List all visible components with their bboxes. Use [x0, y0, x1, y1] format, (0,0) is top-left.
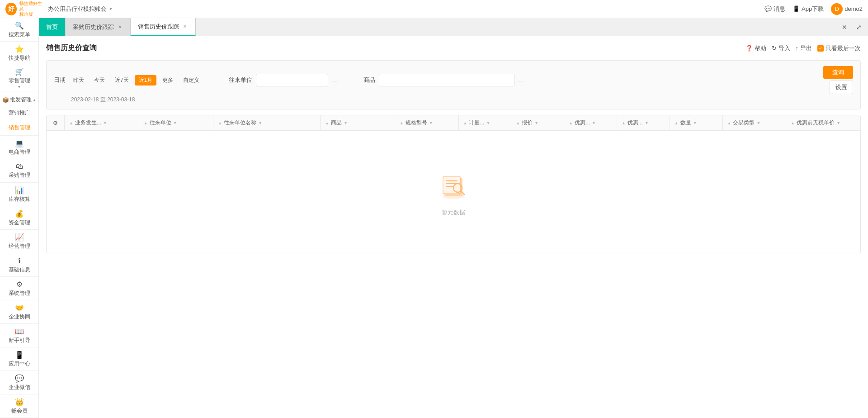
sidebar-item-marketing[interactable]: 营销推广 — [0, 105, 38, 120]
date-filter-item: 日期 昨天 今天 近7天 近1月 更多 自定义 — [54, 75, 203, 86]
sidebar-item-wholesale-mgmt: 📦 批发管理 ▲ 营销推广 销售管理 — [0, 91, 38, 136]
partner-input[interactable] — [256, 74, 328, 86]
th-unit[interactable]: ▲ 计量... ▼ — [459, 115, 512, 130]
sidebar-item-basic-info[interactable]: ℹ 基础信息 — [0, 253, 38, 277]
th-spec[interactable]: ▲ 规格型号 ▼ — [395, 115, 459, 130]
table-header: ⚙ ▲ 业务发生... ▼ ▲ 往来单位 ▼ ▲ 往来单位名称 — [47, 115, 860, 131]
inventory-icon: 📊 — [15, 186, 24, 195]
sort-desc-icon-11: ▼ — [756, 121, 760, 125]
sidebar-item-sales-mgmt[interactable]: 销售管理 — [0, 120, 38, 135]
date-btn-yesterday[interactable]: 昨天 — [69, 75, 88, 86]
sidebar-item-operation-mgmt[interactable]: 📈 经营管理 — [0, 230, 38, 253]
table-area: ⚙ ▲ 业务发生... ▼ ▲ 往来单位 ▼ ▲ 往来单位名称 — [46, 115, 861, 253]
date-btn-custom[interactable]: 自定义 — [179, 75, 203, 86]
collab-icon: 🤝 — [15, 304, 24, 312]
sort-asc-icon-5: ▲ — [400, 121, 404, 125]
only-last-checkbox[interactable]: ✓ 只看最后一次 — [817, 44, 861, 52]
page-header-actions: ❓ 帮助 ↻ 导入 ↑ 导出 ✓ 只看最后一次 — [745, 44, 861, 52]
sidebar: 🔍 搜索菜单 ⭐ 快捷导航 🛒 零售管理 ▼ 📦 批发管理 ▲ 营销推广 — [0, 18, 39, 418]
sort-desc-icon-12: ▼ — [836, 121, 840, 125]
sort-desc-icon-9: ▼ — [645, 121, 649, 125]
th-goods[interactable]: ▲ 商品 ▼ — [321, 115, 395, 130]
help-icon: ❓ — [745, 45, 753, 52]
date-btn-1month[interactable]: 近1月 — [135, 75, 157, 86]
import-icon: ↻ — [772, 45, 777, 52]
th-discount2[interactable]: ▲ 优惠... ▼ — [617, 115, 670, 130]
config-icon: ⚙ — [53, 120, 58, 126]
date-btn-today[interactable]: 今天 — [90, 75, 109, 86]
sort-asc-icon-9: ▲ — [622, 121, 626, 125]
sidebar-item-app-center[interactable]: 📱 应用中心 — [0, 347, 38, 371]
sidebar-item-retail-mgmt[interactable]: 🛒 零售管理 ▼ — [0, 65, 38, 91]
user-avatar-button[interactable]: D demo2 — [831, 3, 863, 15]
goods-dots-button[interactable]: ... — [518, 76, 524, 84]
sidebar-item-inventory[interactable]: 📊 库存核算 — [0, 183, 38, 206]
filter-area: 日期 昨天 今天 近7天 近1月 更多 自定义 往来单位 — [46, 60, 861, 109]
sidebar-item-enterprise-wechat[interactable]: 💬 企业微信 — [0, 371, 38, 394]
tab-purchase-history[interactable]: 采购历史价跟踪 ✕ — [66, 18, 131, 36]
goods-input[interactable] — [379, 74, 514, 86]
help-button[interactable]: ❓ 帮助 — [745, 44, 766, 52]
member-icon: 👑 — [15, 398, 24, 406]
sidebar-item-member[interactable]: 👑 畅会员 — [0, 394, 38, 418]
export-icon: ↑ — [796, 45, 799, 52]
export-button[interactable]: ↑ 导出 — [796, 44, 812, 52]
goods-label: 商品 — [363, 76, 375, 84]
messages-button[interactable]: 💬 消息 — [764, 5, 785, 13]
svg-rect-3 — [443, 177, 460, 194]
th-config[interactable]: ⚙ — [47, 115, 65, 130]
th-pretax-price[interactable]: ▲ 优惠前无税单价 ▼ — [786, 115, 860, 130]
filter-action-buttons: 查询 设置 — [823, 66, 853, 94]
goods-filter-item: 商品 ... — [363, 74, 524, 86]
tab-sales-history[interactable]: 销售历史价跟踪 ✕ — [131, 18, 196, 36]
sort-asc-icon-3: ▲ — [218, 121, 222, 125]
settings-button[interactable]: 设置 — [830, 81, 853, 94]
wholesale-label[interactable]: 📦 批发管理 ▲ — [0, 91, 38, 105]
sidebar-item-new-guide[interactable]: 📖 新手引导 — [0, 324, 38, 347]
ecommerce-icon: 💻 — [15, 139, 24, 147]
th-partner[interactable]: ▲ 往来单位 ▼ — [139, 115, 214, 130]
checkbox-checked-icon: ✓ — [817, 45, 824, 52]
import-button[interactable]: ↻ 导入 — [772, 44, 790, 52]
th-partner-name[interactable]: ▲ 往来单位名称 ▼ — [213, 115, 321, 130]
tab-home[interactable]: 首页 — [39, 18, 66, 36]
close-tab-button[interactable]: ✕ — [839, 22, 850, 33]
th-biz-date[interactable]: ▲ 业务发生... ▼ — [65, 115, 139, 130]
sort-asc-icon-10: ▲ — [675, 121, 679, 125]
retail-icon: 🛒 — [15, 67, 24, 76]
sidebar-item-enterprise-collab[interactable]: 🤝 企业协同 — [0, 300, 38, 324]
date-btn-7days[interactable]: 近7天 — [111, 75, 133, 86]
maximize-tab-button[interactable]: ⤢ — [854, 22, 864, 33]
sort-asc-icon-6: ▲ — [463, 121, 467, 125]
main-layout: 🔍 搜索菜单 ⭐ 快捷导航 🛒 零售管理 ▼ 📦 批发管理 ▲ 营销推广 — [0, 18, 868, 418]
partner-dots-button[interactable]: ... — [332, 76, 338, 84]
date-btn-more[interactable]: 更多 — [158, 75, 177, 86]
empty-state-text: 暂元数据 — [442, 209, 465, 217]
top-bar: 好 畅捷通好生意 标准版 办公用品行业模拟账套 ▼ 💬 消息 📱 App下载 D… — [0, 0, 868, 18]
sidebar-item-ecommerce-mgmt[interactable]: 💻 电商管理 — [0, 136, 38, 159]
th-discount1[interactable]: ▲ 优惠... ▼ — [564, 115, 617, 130]
sidebar-item-purchase-mgmt[interactable]: 🛍 采购管理 — [0, 159, 38, 183]
th-qty[interactable]: ▲ 数量 ▼ — [670, 115, 723, 130]
search-icon: 🔍 — [15, 21, 24, 30]
tab-sales-history-close[interactable]: ✕ — [182, 24, 188, 30]
purchase-icon: 🛍 — [16, 162, 23, 171]
star-icon: ⭐ — [15, 45, 24, 53]
tab-purchase-history-close[interactable]: ✕ — [117, 24, 123, 30]
wholesale-children: 营销推广 销售管理 — [0, 105, 38, 136]
search-button[interactable]: 查询 — [823, 66, 853, 79]
wechat-icon: 💬 — [15, 374, 24, 383]
app-title-area[interactable]: 办公用品行业模拟账套 ▼ — [48, 5, 761, 13]
app-title-dropdown-icon[interactable]: ▼ — [108, 6, 113, 11]
operation-icon: 📈 — [15, 233, 24, 242]
empty-state: 暂元数据 — [47, 131, 860, 253]
app-download-button[interactable]: 📱 App下载 — [793, 5, 824, 13]
logo-area: 好 畅捷通好生意 标准版 — [5, 1, 44, 17]
sidebar-item-search-menu[interactable]: 🔍 搜索菜单 — [0, 18, 38, 42]
sidebar-item-finance-mgmt[interactable]: 💰 资金管理 — [0, 206, 38, 230]
th-quote[interactable]: ▲ 报价 ▼ — [511, 115, 564, 130]
th-trade-type[interactable]: ▲ 交易类型 ▼ — [723, 115, 787, 130]
sidebar-item-quick-nav[interactable]: ⭐ 快捷导航 — [0, 42, 38, 65]
sidebar-item-system-mgmt[interactable]: ⚙ 系统管理 — [0, 277, 38, 300]
sort-desc-icon-6: ▼ — [486, 121, 490, 125]
